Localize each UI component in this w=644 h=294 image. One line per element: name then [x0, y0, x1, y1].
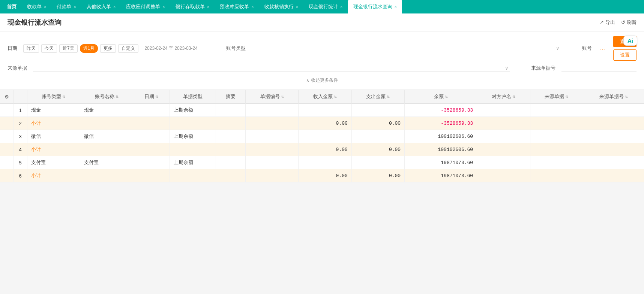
cell-balance: -3528659.33 — [405, 117, 477, 130]
nav-close-icon-payment[interactable]: × — [74, 4, 76, 9]
date-btn-近1月[interactable]: 近1月 — [80, 44, 98, 53]
nav-item-bank-stat[interactable]: 现金银行统计× — [303, 0, 348, 13]
col-header-account_name[interactable]: 账号名称⇅ — [80, 90, 133, 104]
cell-source_doc — [530, 156, 583, 169]
source-doc-no-input[interactable] — [561, 64, 636, 72]
nav-close-icon-verify[interactable]: × — [296, 4, 298, 9]
ai-badge[interactable]: Ai — [623, 36, 637, 46]
date-btn-自定义[interactable]: 自定义 — [118, 44, 138, 53]
cell-settings — [0, 117, 14, 130]
col-header-date[interactable]: 日期⇅ — [133, 90, 170, 104]
cell-account_type: 小计 — [27, 169, 80, 182]
cell-settings — [0, 169, 14, 182]
settings-icon[interactable]: ⚙ — [5, 94, 9, 100]
filter-row-1: 日期 昨天今天近7天近1月更多自定义 2023-02-24 至 2023-03-… — [8, 36, 636, 61]
source-doc-no-label: 来源单据号 — [531, 65, 555, 72]
date-range: 2023-02-24 至 2023-03-24 — [144, 45, 197, 52]
table-row: 3微信微信上期余额100102606.60 — [0, 130, 644, 143]
account-dots-button[interactable]: ... — [598, 44, 607, 52]
collapse-button[interactable]: ∧ 收起更多条件 — [306, 77, 338, 84]
cell-seq: 1 — [14, 104, 27, 117]
cell-account_name — [80, 169, 133, 182]
nav-close-icon-bank-flow[interactable]: × — [395, 4, 397, 9]
sort-icon-date: ⇅ — [155, 95, 158, 99]
nav-close-icon-receipt[interactable]: × — [44, 4, 46, 9]
collapse-icon: ∧ — [306, 78, 309, 83]
cell-seq: 6 — [14, 169, 27, 182]
nav-item-other-income[interactable]: 其他收入单× — [81, 0, 121, 13]
nav-close-icon-bank-stat[interactable]: × — [340, 4, 342, 9]
cell-date — [133, 143, 170, 156]
export-button[interactable]: ↗ 导出 — [600, 19, 615, 26]
cell-counterpart — [477, 156, 530, 169]
col-header-source_doc[interactable]: 来源单据⇅ — [530, 90, 583, 104]
col-header-balance[interactable]: 余额⇅ — [405, 90, 477, 104]
sort-icon-balance: ⇅ — [445, 95, 448, 99]
col-header-source_doc_no[interactable]: 来源单据号⇅ — [583, 90, 644, 104]
cell-income — [299, 130, 351, 143]
nav-item-verify[interactable]: 收款核销执行× — [259, 0, 303, 13]
col-header-doc_no[interactable]: 单据编号⇅ — [245, 90, 298, 104]
nav-item-adjustment[interactable]: 应收应付调整单× — [121, 0, 170, 13]
cell-source_doc — [530, 104, 583, 117]
nav-item-payment[interactable]: 付款单× — [51, 0, 81, 13]
export-icon: ↗ — [600, 19, 604, 25]
nav-close-icon-advance[interactable]: × — [251, 4, 254, 9]
account-label: 账号 — [582, 45, 592, 52]
date-btn-今天[interactable]: 今天 — [41, 44, 57, 53]
cell-income: 0.00 — [299, 169, 351, 182]
nav-item-bank-flow[interactable]: 现金银行流水查询× — [348, 0, 402, 13]
cell-account_type: 现金 — [27, 104, 80, 117]
cell-date — [133, 130, 170, 143]
cell-expense: 0.00 — [351, 143, 404, 156]
account-type-select[interactable]: ∨ — [252, 45, 561, 52]
cell-counterpart — [477, 130, 530, 143]
col-header-seq — [14, 90, 27, 104]
cell-date — [133, 169, 170, 182]
sort-icon-source_doc_no: ⇅ — [625, 95, 628, 99]
source-doc-select[interactable]: ∨ — [33, 64, 510, 72]
cell-summary — [216, 169, 245, 182]
col-header-account_type[interactable]: 账号类型⇅ — [27, 90, 80, 104]
cell-doc_no — [245, 104, 298, 117]
nav-item-advance[interactable]: 预收冲应收单× — [215, 0, 259, 13]
refresh-button[interactable]: ↺ 刷新 — [621, 19, 636, 26]
sort-icon-account_name: ⇅ — [116, 95, 119, 99]
cell-source_doc — [530, 130, 583, 143]
cell-source_doc — [530, 143, 583, 156]
nav-item-home[interactable]: 首页 — [2, 0, 22, 13]
nav-item-bank-deposit[interactable]: 银行存取款单× — [170, 0, 215, 13]
cell-account_name: 微信 — [80, 130, 133, 143]
cell-expense — [351, 130, 404, 143]
account-type-chevron-icon: ∨ — [556, 45, 560, 51]
cell-doc_no — [245, 143, 298, 156]
cell-balance: -3528659.33 — [405, 104, 477, 117]
data-table: ⚙账号类型⇅账号名称⇅日期⇅单据类型摘要单据编号⇅收入金额⇅支出金额⇅余额⇅对方… — [0, 90, 644, 182]
date-btn-近7天[interactable]: 近7天 — [59, 44, 78, 53]
cell-source_doc_no — [583, 130, 644, 143]
date-btn-更多[interactable]: 更多 — [100, 44, 116, 53]
nav-item-receipt[interactable]: 收款单× — [22, 0, 51, 13]
cell-account_type: 小计 — [27, 143, 80, 156]
col-header-counterpart[interactable]: 对方户名⇅ — [477, 90, 530, 104]
refresh-icon: ↺ — [621, 19, 625, 25]
settings-button[interactable]: 设置 — [613, 49, 636, 61]
cell-date — [133, 104, 170, 117]
cell-summary — [216, 117, 245, 130]
table-row: 5支付宝支付宝上期余额19871073.60 — [0, 156, 644, 169]
sort-icon-source_doc: ⇅ — [565, 95, 568, 99]
cell-source_doc_no — [583, 143, 644, 156]
nav-close-icon-adjustment[interactable]: × — [162, 4, 165, 9]
date-btn-昨天[interactable]: 昨天 — [23, 44, 39, 53]
cell-balance: 19871073.60 — [405, 169, 477, 182]
cell-doc_type: 上期余额 — [170, 130, 216, 143]
cell-doc_no — [245, 130, 298, 143]
cell-doc_no — [245, 117, 298, 130]
cell-counterpart — [477, 104, 530, 117]
col-header-income[interactable]: 收入金额⇅ — [299, 90, 351, 104]
nav-close-icon-other-income[interactable]: × — [113, 4, 116, 9]
col-header-expense[interactable]: 支出金额⇅ — [351, 90, 404, 104]
cell-source_doc_no — [583, 117, 644, 130]
cell-doc_type — [170, 117, 216, 130]
nav-close-icon-bank-deposit[interactable]: × — [207, 4, 209, 9]
